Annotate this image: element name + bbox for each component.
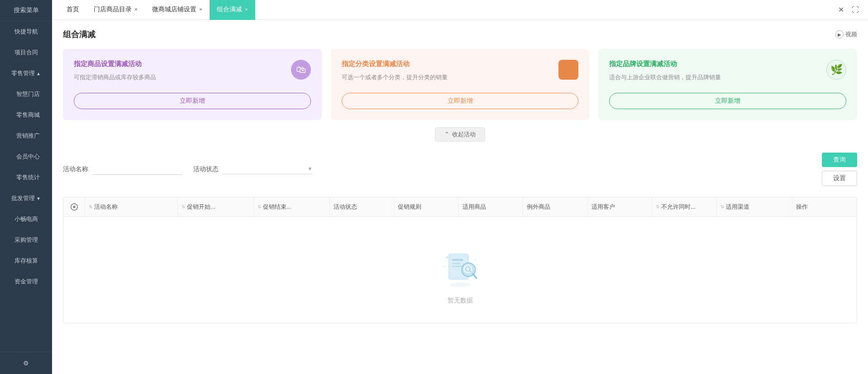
product-promotion-card: 🛍 指定商品设置满减活动 可指定滞销商品或库存较多商品 立即新增 (63, 49, 322, 120)
sort-icon[interactable]: ⇅ (720, 204, 724, 209)
tab-bar-controls: ✕ ⛶ (835, 5, 861, 15)
sidebar-search[interactable]: 搜索菜单 (0, 0, 52, 21)
filter-status-select[interactable]: ▼ (222, 164, 313, 174)
category-card-title: 指定分类设置满减活动 (342, 60, 579, 68)
promotion-cards: 🛍 指定商品设置满减活动 可指定滞销商品或库存较多商品 立即新增 指定分类设置满… (63, 49, 857, 120)
brand-card-desc: 适合与上游企业联合做营销，提升品牌销量 (609, 73, 846, 82)
tab-wechat-store-settings-close[interactable]: × (199, 6, 202, 13)
data-table: ⇅ 活动名称 ⇅ 促销开始... ⇅ 促销结束... 活动状态 促销规则 (63, 197, 857, 323)
category-card-add-button[interactable]: 立即新增 (342, 93, 579, 109)
close-window-button[interactable]: ✕ (835, 5, 846, 15)
product-card-icon: 🛍 (291, 60, 311, 80)
collapse-activities-button[interactable]: ⌃ 收起活动 (435, 127, 485, 142)
main-content: 首页 门店商品目录 × 微商城店铺设置 × 组合满减 × ✕ ⛶ 组合满减 (52, 0, 868, 374)
sidebar-settings-button[interactable]: ⚙ (0, 352, 52, 374)
svg-point-4 (449, 283, 471, 287)
category-card-icon (558, 60, 578, 80)
svg-line-12 (472, 273, 476, 278)
product-card-add-button[interactable]: 立即新增 (74, 93, 311, 109)
chevron-up-icon: ⌃ (444, 131, 449, 138)
play-circle-icon: ▶ (835, 30, 844, 38)
category-card-desc: 可选一个或者多个分类，提升分类的销量 (342, 73, 579, 82)
th-ops: 操作 (792, 197, 857, 216)
video-link[interactable]: ▶ 视频 (835, 30, 857, 38)
settings-button[interactable]: 设置 (822, 171, 857, 186)
sidebar-item-marketing[interactable]: 营销推广 (0, 125, 52, 146)
th-settings[interactable] (63, 197, 85, 216)
sort-icon[interactable]: ⇅ (258, 204, 261, 209)
svg-rect-0 (563, 64, 568, 69)
tab-combo-discount-close[interactable]: × (245, 6, 248, 13)
brand-promotion-card: 🌿 指定品牌设置满减活动 适合与上游企业联合做营销，提升品牌销量 立即新增 (598, 49, 857, 120)
svg-rect-7 (452, 259, 463, 260)
svg-rect-3 (569, 71, 574, 75)
filter-name-input[interactable] (92, 163, 182, 175)
sidebar-item-wholesale-management[interactable]: 批发管理 ▼ (0, 188, 52, 209)
chevron-down-icon: ▼ (36, 196, 41, 201)
filter-actions: 查询 设置 (822, 153, 857, 186)
page-content: 组合满减 ▶ 视频 🛍 指定商品设置满减活动 可指定滞销商品或库存较多商品 立即… (52, 20, 868, 374)
sidebar-item-procurement[interactable]: 采购管理 (0, 230, 52, 250)
svg-rect-1 (569, 64, 574, 69)
svg-rect-8 (452, 263, 460, 264)
product-card-title: 指定商品设置满减活动 (74, 60, 311, 68)
page-header: 组合满减 ▶ 视频 (63, 29, 857, 40)
sidebar-item-retail-management[interactable]: 零售管理 ▲ (0, 63, 52, 84)
filter-name-label: 活动名称 (63, 165, 88, 173)
filter-row: 活动名称 活动状态 ▼ 查询 设置 (63, 149, 857, 190)
brand-card-title: 指定品牌设置满减活动 (609, 60, 846, 68)
svg-point-15 (446, 256, 448, 258)
gear-icon: ⚙ (23, 360, 29, 367)
sidebar: 搜索菜单 快捷导航 项目合同 零售管理 ▲ 智慧门店 零售商城 营销推广 会员中… (0, 0, 52, 374)
sidebar-item-project-contract[interactable]: 项目合同 (0, 42, 52, 63)
product-card-desc: 可指定滞销商品或库存较多商品 (74, 73, 311, 82)
svg-rect-9 (452, 266, 462, 267)
th-channel: ⇅ 适用渠道 (717, 197, 793, 216)
th-except: 例外商品 (523, 197, 588, 216)
tab-combo-discount[interactable]: 组合满减 × (210, 0, 255, 20)
maximize-window-button[interactable]: ⛶ (850, 5, 861, 15)
th-end: ⇅ 促销结束... (254, 197, 330, 216)
th-status: 活动状态 (330, 197, 395, 216)
filter-status-label: 活动状态 (193, 165, 219, 173)
svg-rect-2 (563, 71, 568, 75)
empty-state: 暂无数据 (63, 217, 857, 323)
th-start: ⇅ 促销开始... (178, 197, 254, 216)
sidebar-item-smart-store[interactable]: 智慧门店 (0, 84, 52, 105)
th-rule: 促销规则 (394, 197, 459, 216)
tab-home[interactable]: 首页 (59, 0, 86, 20)
th-nosame: ⇅ 不允许同时... (652, 197, 717, 216)
sidebar-item-quick-nav[interactable]: 快捷导航 (0, 21, 52, 42)
chevron-down-icon: ▼ (307, 166, 313, 172)
sort-icon[interactable]: ⇅ (656, 204, 659, 209)
collapse-bar: ⌃ 收起活动 (63, 127, 857, 142)
tab-wechat-store-settings[interactable]: 微商城店铺设置 × (145, 0, 210, 20)
empty-state-text: 暂无数据 (448, 297, 473, 305)
filter-status-item: 活动状态 ▼ (193, 164, 313, 174)
sidebar-item-finance[interactable]: 资金管理 (0, 271, 52, 292)
query-button[interactable]: 查询 (822, 153, 857, 167)
th-goods: 适用商品 (459, 197, 524, 216)
page-title: 组合满减 (63, 29, 95, 40)
category-promotion-card: 指定分类设置满减活动 可选一个或者多个分类，提升分类的销量 立即新增 (331, 49, 590, 120)
sidebar-item-retail-mall[interactable]: 零售商城 (0, 105, 52, 125)
svg-point-17 (444, 266, 445, 267)
th-name: ⇅ 活动名称 (85, 197, 178, 216)
tab-bar: 首页 门店商品目录 × 微商城店铺设置 × 组合满减 × ✕ ⛶ (52, 0, 868, 20)
sidebar-item-member-center[interactable]: 会员中心 (0, 146, 52, 167)
sidebar-item-retail-stats[interactable]: 零售统计 (0, 167, 52, 188)
chevron-up-icon: ▲ (36, 71, 41, 76)
tab-store-catalog-close[interactable]: × (134, 6, 138, 13)
filter-name-item: 活动名称 (63, 163, 182, 175)
tab-store-catalog[interactable]: 门店商品目录 × (86, 0, 145, 20)
th-customer: 适用客户 (588, 197, 653, 216)
brand-card-icon: 🌿 (826, 60, 846, 80)
table-header: ⇅ 活动名称 ⇅ 促销开始... ⇅ 促销结束... 活动状态 促销规则 (63, 197, 857, 217)
sidebar-item-inventory[interactable]: 库存核算 (0, 250, 52, 271)
sidebar-item-xiaochangec[interactable]: 小畅电商 (0, 209, 52, 230)
sort-icon[interactable]: ⇅ (89, 204, 92, 209)
sort-icon[interactable]: ⇅ (181, 204, 185, 209)
brand-card-add-button[interactable]: 立即新增 (609, 93, 846, 109)
svg-point-16 (474, 259, 476, 260)
